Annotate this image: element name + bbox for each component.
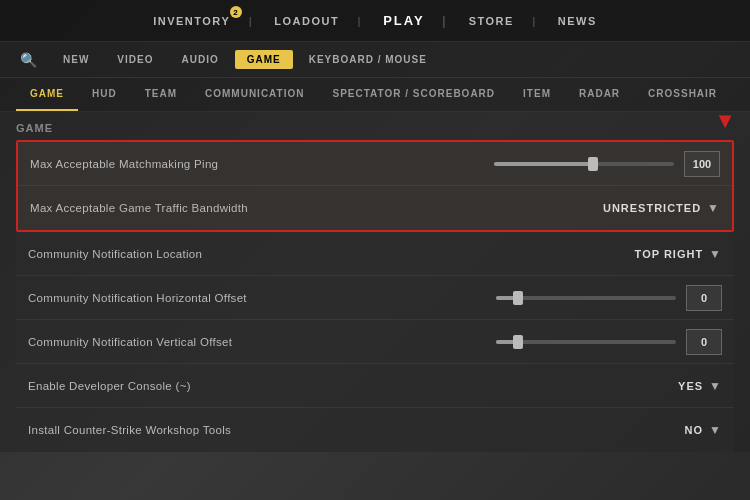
community-vertical-label: Community Notification Vertical Offset [28, 336, 496, 348]
max-bandwidth-chevron-down-icon: ▼ [707, 201, 720, 215]
top-nav: INVENTORY 2 LOADOUT PLAY STORE NEWS [0, 0, 750, 42]
max-ping-slider-track[interactable] [494, 162, 674, 166]
nav-news[interactable]: NEWS [536, 0, 619, 41]
max-ping-slider-container[interactable]: 100 [494, 151, 720, 177]
settings-tab-video[interactable]: VIDEO [105, 50, 165, 69]
section-label: Game [16, 112, 734, 140]
max-ping-value: 100 [684, 151, 720, 177]
arrow-indicator: ▼ [714, 108, 736, 134]
sub-tab-item[interactable]: ITEM [509, 78, 565, 111]
settings-tab-keyboard-mouse[interactable]: KEYBOARD / MOUSE [297, 50, 439, 69]
main-container: INVENTORY 2 LOADOUT PLAY STORE NEWS 🔍 NE… [0, 0, 750, 500]
max-ping-slider-fill [494, 162, 593, 166]
community-vertical-slider-thumb[interactable] [513, 335, 523, 349]
inventory-badge: 2 [230, 6, 242, 18]
max-bandwidth-label: Max Acceptable Game Traffic Bandwidth [30, 202, 603, 214]
sub-tab-hud[interactable]: HUD [78, 78, 131, 111]
setting-row-community-vertical: Community Notification Vertical Offset 0 [16, 320, 734, 364]
community-horizontal-slider-track[interactable] [496, 296, 676, 300]
sub-tab-crosshair[interactable]: CROSSHAIR [634, 78, 731, 111]
workshop-tools-value: NO [685, 424, 704, 436]
community-horizontal-slider-container[interactable]: 0 [496, 285, 722, 311]
community-vertical-slider-container[interactable]: 0 [496, 329, 722, 355]
sub-tab-game[interactable]: GAME [16, 78, 78, 111]
dev-console-chevron-down-icon: ▼ [709, 379, 722, 393]
setting-row-dev-console: Enable Developer Console (~) YES ▼ [16, 364, 734, 408]
max-ping-slider-thumb[interactable] [588, 157, 598, 171]
search-icon[interactable]: 🔍 [20, 52, 37, 68]
community-horizontal-slider-thumb[interactable] [513, 291, 523, 305]
workshop-tools-chevron-down-icon: ▼ [709, 423, 722, 437]
sub-nav: GAME HUD TEAM COMMUNICATION SPECTATOR / … [0, 78, 750, 112]
settings-content: Game Max Acceptable Matchmaking Ping 100… [0, 112, 750, 452]
nav-play[interactable]: PLAY [361, 0, 446, 41]
highlighted-settings-group: Max Acceptable Matchmaking Ping 100 Max … [16, 140, 734, 232]
community-location-dropdown[interactable]: TOP RIGHT ▼ [635, 247, 722, 261]
community-location-value: TOP RIGHT [635, 248, 704, 260]
setting-row-max-bandwidth: Max Acceptable Game Traffic Bandwidth UN… [18, 186, 732, 230]
settings-tab-audio[interactable]: AUDIO [169, 50, 230, 69]
community-vertical-value: 0 [686, 329, 722, 355]
nav-inventory[interactable]: INVENTORY 2 [131, 0, 252, 41]
dev-console-dropdown[interactable]: YES ▼ [678, 379, 722, 393]
settings-tab-game[interactable]: GAME [235, 50, 293, 69]
dev-console-label: Enable Developer Console (~) [28, 380, 678, 392]
workshop-tools-label: Install Counter-Strike Workshop Tools [28, 424, 685, 436]
workshop-tools-dropdown[interactable]: NO ▼ [685, 423, 722, 437]
settings-tab-new[interactable]: NEW [51, 50, 101, 69]
sub-tab-team[interactable]: TEAM [131, 78, 191, 111]
max-bandwidth-value: UNRESTRICTED [603, 202, 701, 214]
max-ping-label: Max Acceptable Matchmaking Ping [30, 158, 494, 170]
sub-tab-radar[interactable]: RADAR [565, 78, 634, 111]
setting-row-workshop-tools: Install Counter-Strike Workshop Tools NO… [16, 408, 734, 452]
sub-tab-spectator-scoreboard[interactable]: SPECTATOR / SCOREBOARD [319, 78, 510, 111]
nav-loadout[interactable]: LOADOUT [252, 0, 361, 41]
community-vertical-slider-track[interactable] [496, 340, 676, 344]
sub-tab-communication[interactable]: COMMUNICATION [191, 78, 318, 111]
max-bandwidth-dropdown[interactable]: UNRESTRICTED ▼ [603, 201, 720, 215]
community-horizontal-value: 0 [686, 285, 722, 311]
setting-row-max-ping: Max Acceptable Matchmaking Ping 100 [18, 142, 732, 186]
community-location-label: Community Notification Location [28, 248, 635, 260]
settings-nav: 🔍 NEW VIDEO AUDIO GAME KEYBOARD / MOUSE [0, 42, 750, 78]
community-location-chevron-down-icon: ▼ [709, 247, 722, 261]
nav-store[interactable]: STORE [447, 0, 536, 41]
community-horizontal-label: Community Notification Horizontal Offset [28, 292, 496, 304]
dev-console-value: YES [678, 380, 703, 392]
setting-row-community-location: Community Notification Location TOP RIGH… [16, 232, 734, 276]
setting-row-community-horizontal: Community Notification Horizontal Offset… [16, 276, 734, 320]
